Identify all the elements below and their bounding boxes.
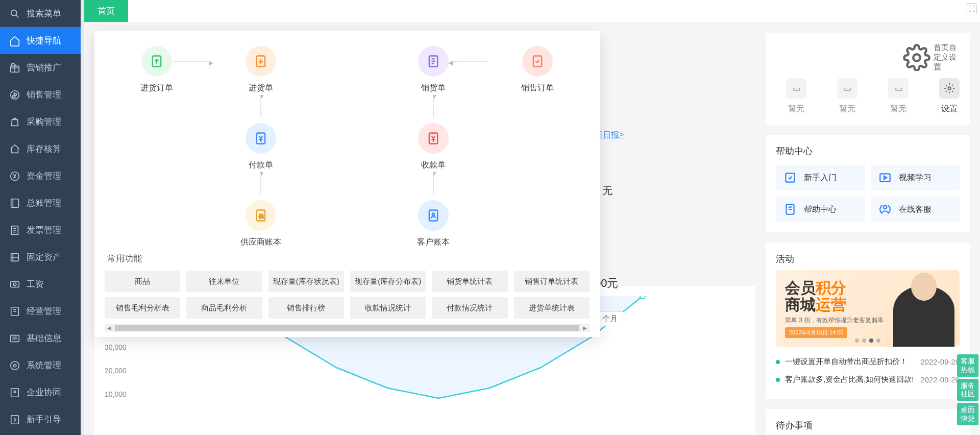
flow-sales-order[interactable]: 销售订单 <box>499 46 576 93</box>
help-title: 帮助中心 <box>776 145 960 157</box>
help-item-2[interactable]: 帮助中心 <box>776 197 865 222</box>
float-button-2[interactable]: 桌面快捷 <box>957 403 978 425</box>
common-fn-button[interactable]: 销售排行榜 <box>268 297 344 319</box>
biz-icon <box>9 306 20 317</box>
sidebar-item-16[interactable]: 云应用 <box>0 433 84 435</box>
money-icon <box>9 171 20 182</box>
sidebar-item-14[interactable]: 企业协同 <box>0 379 84 406</box>
svg-point-17 <box>948 87 951 90</box>
sidebar-item-1[interactable]: 快捷导航 <box>0 27 84 54</box>
common-fn-button[interactable]: 商品毛利分析 <box>186 297 262 319</box>
common-functions-title: 常用功能 <box>107 253 590 264</box>
flow-purchase[interactable]: 进货单 ▼ <box>223 46 299 119</box>
sidebar-item-2[interactable]: 营销推广 <box>0 54 84 81</box>
help-item-0[interactable]: 新手入门 <box>776 165 865 190</box>
sidebar-item-11[interactable]: 经营管理 <box>0 298 84 325</box>
flow-payment[interactable]: 付款单 ▼ <box>223 123 299 196</box>
quick-nav-panel: 进货订单 ▶ 进货单 ▼ 销货单 ◀ ▼ 销售订单 付款单 ▼ 收 <box>94 31 600 337</box>
tab-home[interactable]: 首页 <box>84 0 128 22</box>
float-button-1[interactable]: 服务社区 <box>957 379 978 401</box>
svg-rect-15 <box>11 415 19 424</box>
svg-point-23 <box>640 296 645 299</box>
help-item-1[interactable]: 视频学习 <box>871 165 960 190</box>
gear-icon <box>944 83 955 94</box>
common-fn-button[interactable]: 销货单统计表 <box>432 271 507 292</box>
flow-customer-ledger[interactable]: 客户账本 <box>395 200 472 248</box>
yen-icon <box>426 131 440 146</box>
common-fn-button[interactable]: 往来单位 <box>186 271 262 292</box>
svg-point-16 <box>913 54 920 61</box>
sidebar-item-label: 销售管理 <box>27 89 61 101</box>
y-tick: 30,000 <box>105 343 127 351</box>
todo-card: 待办事项 待出库 0 <box>766 409 970 435</box>
help-icon <box>783 203 797 216</box>
common-fn-button[interactable]: 商品 <box>105 271 180 292</box>
sidebar-item-10[interactable]: 工资 <box>0 271 84 298</box>
flow-receipt[interactable]: 收款单 ▼ <box>395 123 472 196</box>
scroll-left-icon[interactable]: ◀ <box>105 325 114 331</box>
common-fn-button[interactable]: 付款情况统计 <box>432 297 507 319</box>
home-customize-link[interactable]: 首页自定义设置 <box>903 43 960 72</box>
fullscreen-icon[interactable]: ⛶ <box>966 3 977 14</box>
sidebar-item-7[interactable]: 总账管理 <box>0 189 84 216</box>
activity-banner[interactable]: 会员积分 商城运营 简单 3 招，有效帮你提升老客复购率 2022年9月16日 … <box>776 270 960 347</box>
sidebar-item-12[interactable]: 基础信息 <box>0 325 84 352</box>
bullet-icon <box>776 378 780 382</box>
tab-bar: 首页 <box>84 0 980 22</box>
svg-point-8 <box>13 283 16 286</box>
sidebar-item-0[interactable]: 搜索菜单 <box>0 0 84 27</box>
svg-text:供: 供 <box>259 214 263 219</box>
overlay-horizontal-scrollbar[interactable]: ◀ ▶ <box>105 324 590 332</box>
svg-point-11 <box>13 364 16 367</box>
period-selector[interactable]: 个月 <box>597 311 623 326</box>
flow-purchase-order[interactable]: 进货订单 ▶ <box>118 46 195 93</box>
asset-icon <box>9 252 20 263</box>
list-icon <box>426 54 440 68</box>
quick-slot-1[interactable]: ▭暂无 <box>786 78 806 114</box>
info-icon <box>9 333 20 344</box>
common-fn-button[interactable]: 进货单统计表 <box>514 297 590 319</box>
help-icon <box>783 171 797 184</box>
sidebar-item-label: 工资 <box>27 278 44 290</box>
common-fn-button[interactable]: 现存量(库存状况表) <box>268 271 344 292</box>
news-item-0[interactable]: 一键设置开单自动带出商品折扣价！2022-09-20 <box>776 353 960 371</box>
carousel-dots[interactable] <box>855 339 880 343</box>
placeholder-icon: ▭ <box>895 84 902 93</box>
sidebar-item-15[interactable]: 新手引导 <box>0 406 84 433</box>
todo-title: 待办事项 <box>776 419 960 431</box>
common-fn-button[interactable]: 现存量(库存分布表) <box>350 271 426 292</box>
svg-point-0 <box>11 10 17 15</box>
sidebar-scrollbar[interactable] <box>81 0 84 435</box>
help-item-3[interactable]: 在线客服 <box>871 197 960 222</box>
house-icon <box>9 143 20 155</box>
sidebar-item-9[interactable]: 固定资产 <box>0 244 84 271</box>
float-button-0[interactable]: 客服热线 <box>957 354 978 377</box>
sidebar-item-8[interactable]: 发票管理 <box>0 216 84 244</box>
sidebar-item-label: 基础信息 <box>27 332 61 344</box>
svg-rect-10 <box>11 335 19 342</box>
flow-supplier-ledger[interactable]: 供 供应商账本 <box>223 200 299 248</box>
scroll-right-icon[interactable]: ▶ <box>580 325 590 331</box>
sidebar-item-6[interactable]: 资金管理 <box>0 162 84 189</box>
svg-rect-7 <box>11 281 19 287</box>
bullet-icon <box>776 360 780 364</box>
svg-point-21 <box>884 205 887 209</box>
home-icon <box>9 35 20 46</box>
svg-point-33 <box>432 213 435 215</box>
sidebar-item-4[interactable]: 采购管理 <box>0 108 84 135</box>
common-fn-button[interactable]: 销售毛利分析表 <box>105 297 180 319</box>
news-item-1[interactable]: 客户账款多,资金占比高,如何快速回款!2022-09-20 <box>776 371 960 389</box>
flow-sales[interactable]: 销货单 ◀ ▼ <box>395 46 472 119</box>
sidebar-item-5[interactable]: 库存核算 <box>0 135 84 162</box>
doc-out-icon <box>254 54 268 68</box>
quick-slot-3[interactable]: ▭暂无 <box>888 78 909 114</box>
bag-icon <box>9 116 20 128</box>
sidebar-item-3[interactable]: 销售管理 <box>0 81 84 108</box>
doc-in-icon <box>150 54 164 68</box>
common-fn-button[interactable]: 收款情况统计 <box>350 297 426 319</box>
quick-slot-2[interactable]: ▭暂无 <box>837 78 857 114</box>
common-fn-button[interactable]: 销售订单统计表 <box>514 271 590 292</box>
quick-slot-settings[interactable]: 设置 <box>939 78 960 114</box>
sidebar-item-label: 营销推广 <box>27 62 61 74</box>
sidebar-item-13[interactable]: 系统管理 <box>0 352 84 379</box>
